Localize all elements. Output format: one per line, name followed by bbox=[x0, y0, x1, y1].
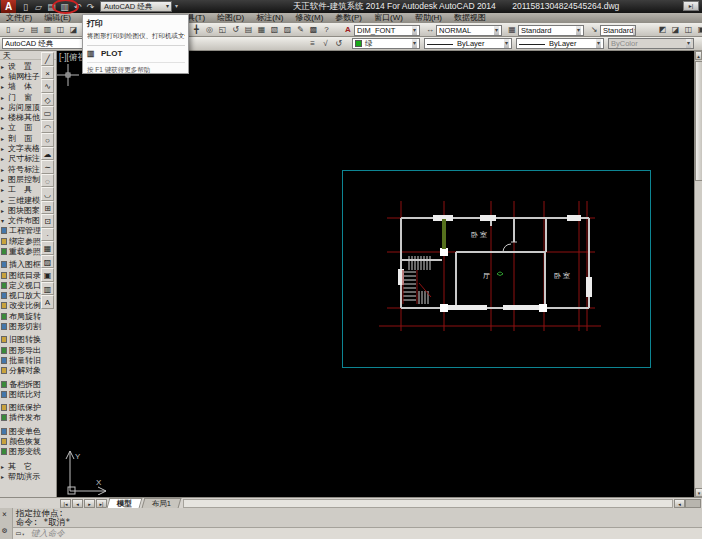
menu-item[interactable]: 修改(M) bbox=[289, 13, 329, 23]
annotation-tool-icon[interactable]: ◪ bbox=[669, 24, 682, 36]
tool-palettes-icon[interactable]: ▧ bbox=[268, 24, 281, 36]
menu-item[interactable]: 帮助(H) bbox=[409, 13, 448, 23]
palette-command[interactable]: 颜色恢复 bbox=[0, 436, 41, 446]
plot-preview-icon[interactable]: ◫ bbox=[54, 24, 67, 36]
sheetset-manager-icon[interactable]: ▨ bbox=[281, 24, 294, 36]
palette-folder[interactable]: ▸ 立 面 bbox=[0, 123, 41, 133]
vertical-scroll-thumb[interactable] bbox=[695, 61, 702, 181]
tab-nav-button[interactable]: ▸| bbox=[96, 499, 107, 508]
multileader-style-icon[interactable]: ↘ bbox=[588, 24, 600, 36]
palette-folder[interactable]: ▸ 工 具 bbox=[0, 185, 41, 195]
palette-command[interactable]: 改变比例 bbox=[0, 301, 41, 311]
style-combo[interactable]: Standard ▾ bbox=[518, 25, 584, 36]
chevron-down-icon[interactable]: ▾ bbox=[22, 531, 25, 537]
redo-icon[interactable]: ↷ bbox=[84, 1, 97, 13]
arc-icon[interactable]: ◠ bbox=[41, 120, 54, 134]
publish-icon[interactable]: ◪ bbox=[67, 24, 80, 36]
vertical-scrollbar[interactable]: ▴ ▾ bbox=[694, 51, 702, 497]
palette-folder[interactable]: ▸ 墙 体 bbox=[0, 82, 41, 92]
palette-folder[interactable]: ▸ 房间屋顶 bbox=[0, 102, 41, 112]
circle-icon[interactable]: ○ bbox=[41, 133, 54, 147]
table-style-icon[interactable]: ▦ bbox=[506, 24, 518, 36]
linetype-control[interactable]: ByLayer ▾ bbox=[424, 38, 512, 49]
make-block-icon[interactable]: ⊡ bbox=[41, 214, 54, 228]
palette-folder[interactable]: ▸ 剖 面 bbox=[0, 133, 41, 143]
palette-folder-open[interactable]: ▾ 文件布图 bbox=[0, 215, 41, 225]
palette-command[interactable]: 绑定参照 bbox=[0, 236, 41, 246]
palette-command[interactable]: 批量转旧 bbox=[0, 355, 41, 365]
palette-folder[interactable]: ▸ 图层控制 bbox=[0, 174, 41, 184]
workspace-dropdown-qat[interactable]: AutoCAD 经典 ▾ bbox=[100, 1, 172, 12]
dim-style-icon[interactable]: ↔ bbox=[424, 24, 436, 36]
infocenter-icon[interactable]: ▸| bbox=[683, 1, 699, 11]
pan-icon[interactable]: ╋ bbox=[190, 24, 203, 36]
hatch-icon[interactable]: ▦ bbox=[41, 241, 54, 255]
palette-folder[interactable]: ▸ 文字表格 bbox=[0, 143, 41, 153]
mtext-icon[interactable]: A bbox=[41, 295, 54, 309]
drawing-canvas[interactable]: [-][俯视][二维线框] bbox=[57, 51, 694, 497]
spline-icon[interactable]: ∼ bbox=[41, 160, 54, 174]
scroll-left-icon[interactable]: ◂ bbox=[674, 499, 685, 508]
monitor-tool-icon[interactable]: ◫ bbox=[682, 24, 695, 36]
palette-folder[interactable]: ▸ 设 置 bbox=[0, 61, 41, 71]
help-icon[interactable]: ? bbox=[320, 24, 333, 36]
make-layer-current-icon[interactable]: √ bbox=[319, 38, 332, 50]
palette-command[interactable]: 备档拆图 bbox=[0, 379, 41, 389]
floor-plan-viewport[interactable]: 卧室 厅 卧室 bbox=[342, 170, 651, 368]
command-input[interactable]: ▭ ▾ 键入命令 bbox=[13, 527, 702, 539]
menu-item[interactable]: 文件(F) bbox=[0, 13, 38, 23]
palette-command[interactable]: 图形变线 bbox=[0, 447, 41, 457]
zoom-realtime-icon[interactable]: ◎ bbox=[203, 24, 216, 36]
polygon-icon[interactable]: ◇ bbox=[41, 93, 54, 107]
workspace-tool-icon[interactable]: ◩ bbox=[656, 24, 669, 36]
menu-item[interactable]: 窗口(W) bbox=[368, 13, 409, 23]
open-file-icon[interactable]: ▱ bbox=[32, 1, 45, 13]
palette-folder[interactable]: ▸ 图块图案 bbox=[0, 205, 41, 215]
qat-overflow-icon[interactable]: ▾ bbox=[175, 2, 178, 9]
zoom-previous-icon[interactable]: ↺ bbox=[229, 24, 242, 36]
construction-line-icon[interactable]: × bbox=[41, 66, 54, 80]
palette-command[interactable]: 图纸比对 bbox=[0, 389, 41, 399]
palette-command[interactable]: 图形切割 bbox=[0, 321, 41, 331]
layer-properties-icon[interactable]: ≡ bbox=[306, 38, 319, 50]
properties-icon[interactable]: ▤ bbox=[242, 24, 255, 36]
close-icon[interactable]: × bbox=[2, 510, 7, 519]
line-icon[interactable]: ╱ bbox=[41, 52, 54, 66]
new-file-icon[interactable]: ▯ bbox=[19, 1, 32, 13]
rectangle-icon[interactable]: ▭ bbox=[41, 106, 54, 120]
tab-nav-button[interactable]: ◂ bbox=[72, 499, 83, 508]
tab-nav-button[interactable]: |◂ bbox=[60, 499, 71, 508]
tab-layout1[interactable]: 布局1 bbox=[142, 498, 182, 508]
palette-command[interactable]: 布局旋转 bbox=[0, 311, 41, 321]
scroll-down-icon[interactable]: ▾ bbox=[695, 488, 702, 497]
palette-folder[interactable]: ▸ 轴网柱子 bbox=[0, 71, 41, 81]
palette-folder[interactable]: ▸ 帮助演示 bbox=[0, 471, 41, 481]
quickcalc-icon[interactable]: ▩ bbox=[307, 24, 320, 36]
palette-folder[interactable]: ▸ 楼梯其他 bbox=[0, 112, 41, 122]
markup-manager-icon[interactable]: ✎ bbox=[294, 24, 307, 36]
palette-folder[interactable]: ▸ 三维建模 bbox=[0, 195, 41, 205]
autocad-logo-icon[interactable]: A bbox=[1, 0, 16, 13]
style-combo[interactable]: NORMAL ▾ bbox=[436, 25, 502, 36]
palette-command[interactable]: 图纸保护 bbox=[0, 403, 41, 413]
open-file-icon[interactable]: ▱ bbox=[15, 24, 28, 36]
save-icon[interactable]: ▤ bbox=[28, 24, 41, 36]
tab-nav-button[interactable]: ▸ bbox=[84, 499, 95, 508]
menu-item[interactable]: 数据视图 bbox=[448, 13, 492, 23]
style-combo[interactable]: DIM_FONT ▾ bbox=[354, 25, 420, 36]
point-icon[interactable]: · bbox=[41, 228, 54, 242]
palette-command[interactable]: 图形导出 bbox=[0, 345, 41, 355]
color-control[interactable]: 绿 ▾ bbox=[352, 38, 420, 49]
ellipse-icon[interactable]: ◌ bbox=[41, 174, 54, 188]
plot-icon[interactable]: ▥ bbox=[41, 24, 54, 36]
text-style-icon[interactable]: A bbox=[342, 24, 354, 36]
table-icon[interactable]: ▥ bbox=[41, 282, 54, 296]
palette-folder[interactable]: ▸ 尺寸标注 bbox=[0, 154, 41, 164]
display-tool-icon[interactable]: ▣ bbox=[695, 24, 702, 36]
customize-wrench-icon[interactable]: ⚙ bbox=[2, 526, 7, 535]
lineweight-control[interactable]: ByLayer ▾ bbox=[516, 38, 604, 49]
scroll-up-icon[interactable]: ▴ bbox=[695, 51, 702, 60]
insert-block-icon[interactable]: ⊞ bbox=[41, 201, 54, 215]
designcenter-icon[interactable]: ▦ bbox=[255, 24, 268, 36]
layer-previous-icon[interactable]: ↺ bbox=[332, 38, 345, 50]
